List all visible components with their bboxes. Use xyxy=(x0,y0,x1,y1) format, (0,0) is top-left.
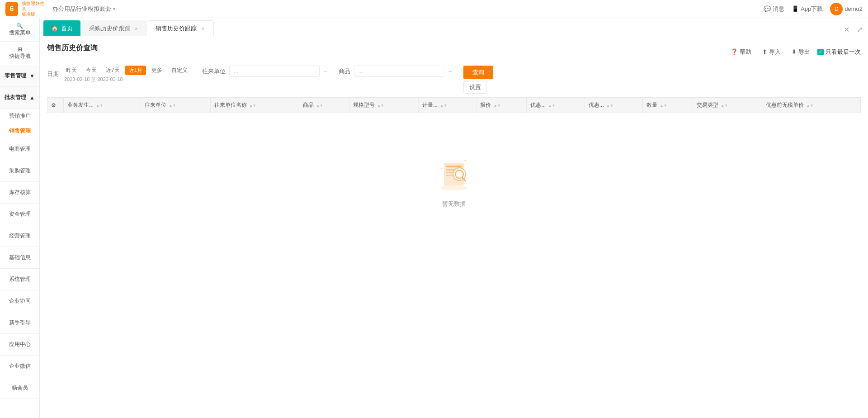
sidebar-item-finance-mgmt[interactable]: 资金管理 xyxy=(0,204,39,225)
date-tab-today[interactable]: 今天 xyxy=(82,66,100,75)
settings-button[interactable]: 设置 xyxy=(463,81,487,94)
date-tab-more[interactable]: 更多 xyxy=(148,66,166,75)
tab-sales[interactable]: 销售历史价跟踪 × xyxy=(148,20,213,36)
goods-label: 商品 xyxy=(339,67,350,76)
empty-state: ✦ ✦ 暂无数据 xyxy=(47,113,861,244)
export-button[interactable]: ⬇ 导出 xyxy=(788,46,814,58)
sort-arrows-discount1: ▲▼ xyxy=(548,104,556,108)
header-right: 💬 消息 📱 App下载 D demo2 xyxy=(764,3,863,15)
sidebar-item-enterprise-coop[interactable]: 企业协同 xyxy=(0,290,39,312)
sidebar-item-app-center[interactable]: 应用中心 xyxy=(0,334,39,356)
tab-close-all-button[interactable]: ✕ xyxy=(842,24,851,36)
home-icon: 🏠 xyxy=(51,25,58,32)
chevron-up-icon: ▲ xyxy=(29,95,35,101)
col-biz-date[interactable]: 业务发生... ▲▼ xyxy=(64,98,141,113)
col-discount2[interactable]: 优惠... ▲▼ xyxy=(585,98,643,113)
import-icon: ⬆ xyxy=(762,48,767,55)
sidebar-item-inventory[interactable]: 库存核算 xyxy=(0,182,39,204)
tab-maximize-button[interactable]: ⤢ xyxy=(855,24,864,36)
filter-row: 日期 昨天 今天 近7天 近1月 更多 自定义 2023-02-18 至 202… xyxy=(47,66,861,94)
col-trade-type[interactable]: 交易类型 ▲▼ xyxy=(693,98,762,113)
sort-arrows-unit: ▲▼ xyxy=(440,104,447,108)
date-tab-yesterday[interactable]: 昨天 xyxy=(62,66,80,75)
partner-label: 往来单位 xyxy=(202,67,226,76)
goods-more-icon[interactable]: ··· xyxy=(448,68,453,75)
sort-arrows-biz-date: ▲▼ xyxy=(96,104,103,108)
data-table: ⚙ 业务发生... ▲▼ 往来单位 ▲▼ 往来单位名称 xyxy=(47,97,861,113)
avatar: D xyxy=(830,3,843,15)
sidebar-item-new-guide[interactable]: 新手引导 xyxy=(0,312,39,334)
col-settings[interactable]: ⚙ xyxy=(47,98,64,113)
col-discount1[interactable]: 优惠... ▲▼ xyxy=(527,98,585,113)
col-spec[interactable]: 规格型号 ▲▼ xyxy=(349,98,418,113)
sidebar-item-wholesale-mgmt[interactable]: 批发管理 ▲ xyxy=(0,87,39,109)
tabs-bar: 🏠 首页 采购历史价跟踪 × 销售历史价跟踪 × ✕ ⤢ xyxy=(40,18,868,36)
empty-text: 暂无数据 xyxy=(442,200,466,208)
logo-area: 6 畅捷通好生意 标准版 xyxy=(5,1,45,17)
col-partner-code[interactable]: 往来单位 ▲▼ xyxy=(141,98,210,113)
logo-icon: 6 xyxy=(5,2,18,16)
checkbox-checked-icon: ✓ xyxy=(817,49,824,55)
sidebar-item-quick-nav[interactable]: ⊞ 快捷导航 xyxy=(0,42,39,65)
date-tab-1month[interactable]: 近1月 xyxy=(125,66,146,75)
goods-input[interactable] xyxy=(354,66,444,77)
main-layout: 🔍 搜索菜单 ⊞ 快捷导航 零售管理 ▼ 批发管理 ▲ 营销推广 销售管理 电商… xyxy=(0,18,868,418)
export-icon: ⬇ xyxy=(792,48,797,55)
settings-icon: ⚙ xyxy=(51,102,56,109)
date-tabs: 昨天 今天 近7天 近1月 更多 自定义 xyxy=(62,66,191,75)
tab-home[interactable]: 🏠 首页 xyxy=(43,20,80,36)
user-avatar-button[interactable]: D demo2 xyxy=(830,3,863,15)
partner-more-icon[interactable]: ··· xyxy=(323,68,328,75)
sidebar-item-basic-info[interactable]: 基础信息 xyxy=(0,247,39,269)
date-range-text: 2023-02-18 至 2023-03-18 xyxy=(64,76,191,83)
search-icon: 🔍 xyxy=(16,23,23,29)
svg-rect-2 xyxy=(446,166,462,167)
header-center: 办公用品行业模拟账套 ▾ xyxy=(45,5,764,13)
table-header-row: ⚙ 业务发生... ▲▼ 往来单位 ▲▼ 往来单位名称 xyxy=(47,98,861,113)
sidebar-item-system-mgmt[interactable]: 系统管理 xyxy=(0,269,39,290)
sidebar: 🔍 搜索菜单 ⊞ 快捷导航 零售管理 ▼ 批发管理 ▲ 营销推广 销售管理 电商… xyxy=(0,18,40,418)
col-quantity[interactable]: 数量 ▲▼ xyxy=(643,98,693,113)
sidebar-item-sales-mgmt[interactable]: 销售管理 xyxy=(0,124,39,138)
tab-purchase-close[interactable]: × xyxy=(133,25,139,32)
sort-arrows-goods: ▲▼ xyxy=(316,104,323,108)
sort-arrows-discount2: ▲▼ xyxy=(606,104,613,108)
date-tab-7days[interactable]: 近7天 xyxy=(102,66,123,75)
tab-purchase[interactable]: 采购历史价跟踪 × xyxy=(81,20,147,36)
svg-text:✦: ✦ xyxy=(464,159,467,163)
col-quote[interactable]: 报价 ▲▼ xyxy=(476,98,527,113)
sort-arrows-trade-type: ▲▼ xyxy=(721,104,728,108)
sort-arrows-partner-code: ▲▼ xyxy=(169,104,176,108)
import-button[interactable]: ⬆ 导入 xyxy=(759,46,784,58)
sidebar-item-operation-mgmt[interactable]: 经营管理 xyxy=(0,225,39,247)
sidebar-item-search-menu[interactable]: 🔍 搜索菜单 xyxy=(0,18,39,42)
col-price-notax[interactable]: 优惠前无税单价 ▲▼ xyxy=(762,98,861,113)
tabs-actions: ✕ ⤢ xyxy=(842,24,864,36)
sort-arrows-quantity: ▲▼ xyxy=(660,104,667,108)
sidebar-item-retail-mgmt[interactable]: 零售管理 ▼ xyxy=(0,65,39,87)
grid-icon: ⊞ xyxy=(18,46,22,52)
company-selector[interactable]: 办公用品行业模拟账套 ▾ xyxy=(52,5,115,13)
page-content: 销售历史价查询 ❓ 帮助 ⬆ 导入 ⬇ 导出 ✓ xyxy=(40,36,868,418)
app-download-button[interactable]: 📱 App下载 xyxy=(792,5,823,13)
tab-sales-close[interactable]: × xyxy=(199,25,206,32)
col-unit[interactable]: 计量... ▲▼ xyxy=(418,98,476,113)
message-button[interactable]: 💬 消息 xyxy=(764,5,784,13)
partner-input[interactable] xyxy=(229,66,320,77)
sidebar-item-marketing[interactable]: 营销推广 xyxy=(0,109,39,124)
col-goods[interactable]: 商品 ▲▼ xyxy=(299,98,349,113)
col-partner-name[interactable]: 往来单位名称 ▲▼ xyxy=(210,98,299,113)
chevron-down-icon: ▼ xyxy=(29,73,35,79)
sidebar-item-ecommerce-mgmt[interactable]: 电商管理 xyxy=(0,138,39,160)
date-tab-custom[interactable]: 自定义 xyxy=(168,66,191,75)
sidebar-item-vip-member[interactable]: 畅会员 xyxy=(0,377,39,399)
help-button[interactable]: ❓ 帮助 xyxy=(727,46,755,58)
sidebar-item-enterprise-wechat[interactable]: 企业微信 xyxy=(0,356,39,377)
sidebar-item-purchase-mgmt[interactable]: 采购管理 xyxy=(0,160,39,182)
empty-illustration: ✦ ✦ xyxy=(431,149,476,195)
partner-filter-group: 往来单位 ··· xyxy=(202,66,328,77)
only-last-checkbox[interactable]: ✓ 只看最后一次 xyxy=(817,48,861,56)
top-header: 6 畅捷通好生意 标准版 办公用品行业模拟账套 ▾ 💬 消息 📱 App下载 D… xyxy=(0,0,868,18)
query-button[interactable]: 查询 xyxy=(463,66,493,79)
logo-text: 畅捷通好生意 标准版 xyxy=(22,1,45,17)
